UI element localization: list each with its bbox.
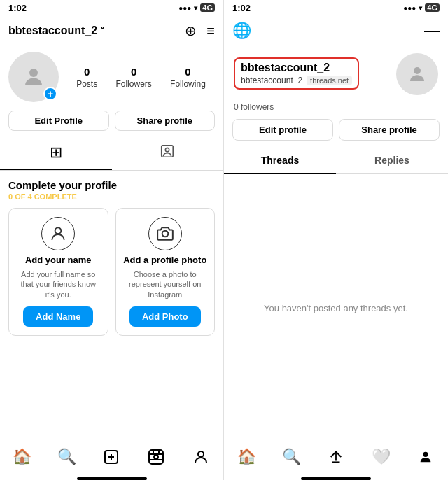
svg-point-15	[414, 67, 421, 74]
left-panel: 1:02 ●●● ▾ 4G bbtestaccount_2 ˅ ⊕ ≡ +	[0, 0, 224, 480]
add-name-title: Add your name	[25, 255, 92, 265]
tab-grid[interactable]: ⊞	[0, 136, 112, 170]
svg-point-9	[154, 455, 158, 459]
stat-followers: 0 Followers	[115, 66, 151, 89]
person-tag-icon	[160, 143, 175, 163]
complete-title: Complete your profile	[8, 179, 215, 191]
svg-point-2	[166, 148, 170, 152]
person-icon	[41, 217, 75, 250]
stat-posts: 0 Posts	[76, 66, 97, 89]
nav-add[interactable]	[90, 448, 134, 466]
grid-icon: ⊞	[50, 143, 62, 162]
left-status-time: 1:02	[8, 3, 27, 13]
tab-tagged[interactable]	[112, 136, 224, 170]
right-home-indicator	[301, 477, 371, 480]
tab-replies[interactable]: Replies	[336, 148, 448, 173]
svg-point-14	[198, 451, 204, 457]
nav-search[interactable]: 🔍	[45, 448, 90, 466]
right-user-info: bbtestaccount_2 bbtestaccount_2 threads.…	[234, 57, 388, 91]
chevron-down-icon: ˅	[100, 26, 105, 36]
left-home-indicator	[77, 477, 147, 480]
edit-profile-button[interactable]: Edit Profile	[8, 111, 109, 131]
right-edit-profile-button[interactable]: Edit profile	[232, 119, 333, 141]
right-status-time: 1:02	[232, 3, 251, 13]
add-photo-desc: Choose a photo to represent yourself on …	[123, 269, 208, 299]
stat-following: 0 Following	[170, 66, 206, 89]
svg-rect-8	[149, 450, 163, 464]
followers-count: 0	[131, 66, 136, 78]
right-tabs: Threads Replies	[224, 148, 448, 174]
add-photo-title: Add a profile photo	[123, 255, 206, 265]
stats-row: 0 Posts 0 Followers 0 Following	[67, 66, 215, 89]
globe-icon[interactable]: 🌐	[232, 22, 251, 40]
followers-label: Followers	[115, 79, 151, 89]
right-nav-profile[interactable]	[403, 448, 448, 466]
right-status-icons: ●●● ▾ 4G	[403, 3, 440, 12]
right-profile-section: bbtestaccount_2 bbtestaccount_2 threads.…	[224, 46, 448, 102]
right-share-profile-button[interactable]: Share profile	[339, 119, 440, 141]
posts-label: Posts	[76, 79, 97, 89]
add-name-card: Add your name Add your full name so that…	[8, 208, 108, 336]
right-nav-search[interactable]: 🔍	[269, 448, 314, 466]
svg-point-4	[162, 231, 168, 237]
no-posts-message: You haven't posted any threads yet.	[224, 174, 448, 442]
nav-home[interactable]: 🏠	[0, 448, 45, 466]
left-header-username: bbtestaccount_2 ˅	[8, 24, 185, 37]
svg-point-3	[55, 227, 62, 234]
right-nav-like[interactable]: 🤍	[358, 448, 403, 466]
profile-section: + 0 Posts 0 Followers 0 Following	[0, 46, 223, 105]
svg-point-0	[29, 69, 38, 77]
right-nav-home[interactable]: 🏠	[224, 448, 269, 466]
content-tabs: ⊞	[0, 136, 223, 171]
left-header: bbtestaccount_2 ˅ ⊕ ≡	[0, 15, 223, 46]
add-photo-button[interactable]: Add Photo	[130, 306, 201, 327]
add-post-icon[interactable]: ⊕	[185, 22, 197, 39]
profile-cards: Add your name Add your full name so that…	[8, 208, 215, 336]
nav-reels[interactable]	[134, 448, 178, 466]
right-username-sub: bbtestaccount_2 threads.net	[241, 76, 352, 85]
right-bottom-nav: 🏠 🔍 🤍	[224, 442, 448, 477]
left-status-icons: ●●● ▾ 4G	[178, 3, 215, 12]
right-username-main: bbtestaccount_2	[241, 62, 352, 74]
right-nav-share[interactable]	[314, 448, 358, 466]
profile-buttons: Edit Profile Share profile	[0, 105, 223, 136]
username-text: bbtestaccount_2	[8, 24, 97, 37]
complete-profile-section: Complete your profile 0 OF 4 COMPLETE Ad…	[0, 171, 223, 339]
right-panel: 1:02 ●●● ▾ 4G 🌐 — bbtestaccount_2 bbtest…	[224, 0, 448, 480]
following-count: 0	[185, 66, 190, 78]
username-highlight-box: bbtestaccount_2 bbtestaccount_2 threads.…	[234, 57, 359, 90]
posts-count: 0	[84, 66, 90, 78]
threads-badge: threads.net	[307, 76, 352, 85]
right-status-bar: 1:02 ●●● ▾ 4G	[224, 0, 448, 15]
right-menu-icon[interactable]: —	[424, 22, 440, 40]
add-name-desc: Add your full name so that your friends …	[16, 269, 101, 299]
right-header: 🌐 —	[224, 15, 448, 46]
following-label: Following	[170, 79, 206, 89]
avatar-add-button[interactable]: +	[43, 87, 57, 101]
menu-icon[interactable]: ≡	[206, 23, 215, 39]
right-profile-buttons: Edit profile Share profile	[224, 116, 448, 148]
add-name-button[interactable]: Add Name	[23, 306, 93, 327]
left-bottom-nav: 🏠 🔍	[0, 442, 223, 477]
avatar-wrapper: +	[8, 52, 59, 102]
nav-profile[interactable]	[178, 448, 223, 466]
left-header-icons: ⊕ ≡	[185, 22, 215, 39]
camera-icon	[148, 217, 182, 250]
share-profile-button[interactable]: Share profile	[115, 111, 216, 131]
left-status-bar: 1:02 ●●● ▾ 4G	[0, 0, 223, 15]
complete-subtitle: 0 OF 4 COMPLETE	[8, 192, 215, 201]
add-photo-card: Add a profile photo Choose a photo to re…	[115, 208, 216, 336]
right-followers-count: 0 followers	[224, 102, 448, 116]
right-avatar	[396, 53, 438, 95]
tab-threads[interactable]: Threads	[224, 148, 336, 174]
svg-point-16	[423, 452, 428, 457]
